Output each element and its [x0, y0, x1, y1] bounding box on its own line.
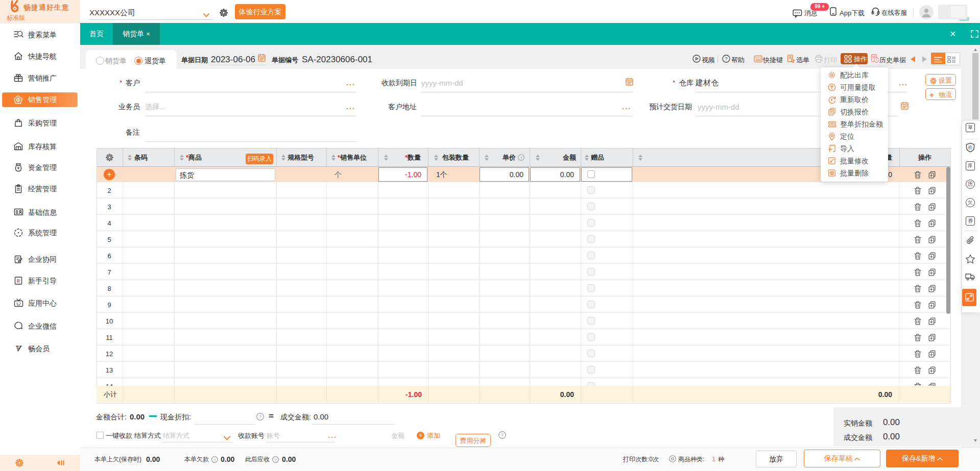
svg-text:?: ?: [725, 56, 727, 61]
svg-text:新: 新: [16, 279, 20, 283]
svg-text:¥: ¥: [831, 97, 833, 102]
svg-text:$: $: [17, 98, 19, 102]
svg-text:?: ?: [259, 414, 261, 419]
svg-text:?: ?: [213, 458, 216, 462]
svg-text:?: ?: [501, 433, 504, 438]
svg-text:?: ?: [520, 156, 522, 160]
svg-text:?: ?: [274, 458, 277, 462]
svg-text:价: 价: [968, 145, 973, 150]
svg-text:¥: ¥: [17, 166, 20, 170]
svg-text:V: V: [16, 344, 22, 353]
